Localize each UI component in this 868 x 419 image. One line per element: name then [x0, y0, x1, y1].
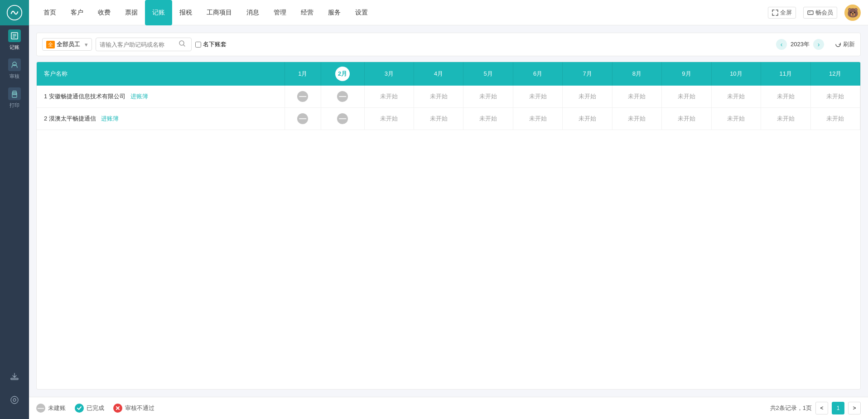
nav-operation[interactable]: 经营: [294, 0, 321, 25]
month-cell-7: 未开始: [563, 86, 612, 108]
not-started-status: 未开始: [380, 115, 398, 122]
nav-ledger[interactable]: 记账: [145, 0, 172, 25]
col-jun: 6月: [513, 62, 562, 86]
not-started-status: 未开始: [430, 93, 448, 100]
not-started-status: 未开始: [727, 115, 745, 122]
sidebar-item-download[interactable]: [0, 365, 29, 388]
user-avatar[interactable]: 🐻: [844, 5, 861, 21]
sidebar-item-label: 打印: [10, 102, 19, 109]
nav-home[interactable]: 首页: [36, 0, 63, 25]
toolbar: 全 全部员工 ▾ 名下账套 ‹ 2023年 ›: [36, 33, 861, 56]
nav-biz[interactable]: 工商项目: [199, 0, 239, 25]
sidebar-item-ledger[interactable]: 记账: [0, 25, 29, 54]
search-icon: [178, 40, 186, 47]
sidebar-item-support[interactable]: [0, 388, 29, 412]
pagination: 共2条记录，1页 < 1 >: [770, 402, 861, 414]
not-started-status: 未开始: [777, 115, 795, 122]
month-cell-12: 未开始: [810, 86, 860, 108]
refresh-label: 刷新: [843, 40, 855, 48]
sidebar-item-audit[interactable]: 审核: [0, 54, 29, 83]
svg-line-15: [183, 45, 185, 46]
next-page-button[interactable]: >: [848, 402, 861, 414]
refresh-button[interactable]: 刷新: [835, 40, 855, 48]
not-started-status: 未开始: [579, 115, 596, 122]
nav-message[interactable]: 消息: [239, 0, 266, 25]
nav-tax[interactable]: 报税: [172, 0, 199, 25]
table-container: 客户名称 1月 2月 3月 4月 5月 6月 7月 8月 9月: [37, 62, 860, 381]
enter-ledger-link[interactable]: 进账簿: [101, 115, 119, 122]
topnav: 首页 客户 收费 票据 记账 报税 工商项目 消息 管理 经营 服务 设置 全屏: [29, 0, 868, 25]
fullscreen-button[interactable]: 全屏: [768, 7, 796, 19]
prev-page-button[interactable]: <: [815, 402, 828, 414]
sidebar: 记账 审核 打印: [0, 0, 29, 419]
month-cell-12: 未开始: [810, 108, 860, 130]
account-checkbox-wrap[interactable]: 名下账套: [195, 40, 227, 48]
not-started-status: 未开始: [628, 115, 646, 122]
not-started-status: 未开始: [529, 93, 547, 100]
month-cell-5: 未开始: [463, 86, 513, 108]
not-created-label: 未建账: [48, 404, 66, 412]
search-button[interactable]: [177, 40, 188, 49]
not-started-status: 未开始: [479, 115, 497, 122]
svg-point-11: [13, 399, 16, 401]
staff-select[interactable]: 全 全部员工 ▾: [42, 38, 92, 51]
account-checkbox[interactable]: [195, 42, 201, 48]
next-year-button[interactable]: ›: [813, 39, 824, 50]
not-started-status: 未开始: [777, 93, 795, 100]
table-header-row: 客户名称 1月 2月 3月 4月 5月 6月 7月 8月 9月: [37, 62, 860, 86]
month-cell-7: 未开始: [563, 108, 612, 130]
col-sep: 9月: [662, 62, 711, 86]
col-aug: 8月: [612, 62, 661, 86]
enter-ledger-link[interactable]: 进账簿: [130, 93, 148, 100]
col-name: 客户名称: [37, 62, 285, 86]
sidebar-logo[interactable]: [0, 0, 29, 25]
svg-rect-6: [12, 95, 17, 97]
svg-point-8: [16, 94, 17, 95]
member-button[interactable]: 畅会员: [803, 7, 837, 19]
sidebar-bottom: [0, 365, 29, 419]
month-cell-3: 未开始: [364, 108, 414, 130]
month-cell-2: —: [321, 86, 364, 108]
not-created-status: —: [297, 91, 308, 102]
month-cell-10: 未开始: [711, 108, 761, 130]
svg-point-10: [11, 396, 18, 404]
completed-dot: [75, 404, 84, 413]
col-jul: 7月: [563, 62, 612, 86]
current-page-button[interactable]: 1: [832, 402, 844, 414]
print-icon: [8, 87, 21, 100]
ledger-icon: [8, 29, 21, 42]
refresh-icon: [835, 41, 841, 48]
nav-billing[interactable]: 收费: [91, 0, 118, 25]
prev-year-button[interactable]: ‹: [776, 39, 787, 50]
member-icon: [807, 10, 814, 16]
col-mar: 3月: [364, 62, 414, 86]
not-created-status: —: [337, 113, 348, 124]
year-nav: ‹ 2023年 ›: [776, 39, 824, 50]
legend-rejected: 审核不通过: [113, 404, 154, 413]
nav-service[interactable]: 服务: [321, 0, 348, 25]
not-started-status: 未开始: [430, 115, 448, 122]
col-oct: 10月: [711, 62, 761, 86]
legend: — 未建账 已完成 审核不通过: [36, 404, 154, 413]
month-cell-11: 未开始: [761, 86, 810, 108]
not-started-status: 未开始: [826, 93, 844, 100]
not-started-status: 未开始: [579, 93, 596, 100]
table-row: 2 漠澳太平畅捷通信 进账簿——未开始未开始未开始未开始未开始未开始未开始未开始…: [37, 108, 860, 130]
month-cell-5: 未开始: [463, 108, 513, 130]
account-checkbox-label: 名下账套: [203, 40, 227, 48]
client-name: 漠澳太平畅捷通信: [49, 115, 96, 122]
legend-not-created: — 未建账: [36, 404, 66, 413]
sidebar-item-print[interactable]: 打印: [0, 83, 29, 112]
fullscreen-icon: [772, 10, 778, 16]
search-input[interactable]: [100, 41, 177, 48]
col-feb: 2月: [321, 62, 364, 86]
not-started-status: 未开始: [678, 115, 695, 122]
row-index: 2: [44, 115, 47, 122]
nav-settings[interactable]: 设置: [348, 0, 375, 25]
nav-client[interactable]: 客户: [63, 0, 91, 25]
nav-invoice[interactable]: 票据: [118, 0, 145, 25]
fullscreen-label: 全屏: [780, 9, 792, 17]
nav-manage[interactable]: 管理: [266, 0, 294, 25]
sidebar-item-label: 记账: [10, 44, 19, 51]
month-cell-10: 未开始: [711, 86, 761, 108]
